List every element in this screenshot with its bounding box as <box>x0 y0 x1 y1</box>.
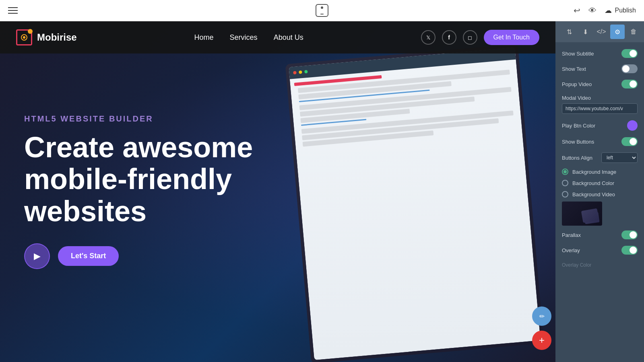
popup-video-label: Popup Video <box>562 81 592 87</box>
show-buttons-toggle[interactable] <box>621 137 638 146</box>
toolbar-center <box>316 4 328 17</box>
background-image-label: Background Image <box>572 169 616 175</box>
buttons-align-select[interactable]: left center right <box>601 152 638 163</box>
sort-tool-button[interactable]: ⇅ <box>562 25 576 39</box>
nav-link-services[interactable]: Services <box>230 33 258 42</box>
background-color-row: Background Color <box>555 177 644 189</box>
site-logo: Mobirise <box>16 29 77 45</box>
modal-video-input[interactable] <box>562 103 638 114</box>
site-nav-links: Home Services About Us <box>194 33 303 42</box>
hero-buttons: ▶ Let's Start <box>24 243 286 269</box>
code-tool-button[interactable]: </> <box>594 25 609 39</box>
parallax-label: Parallax <box>562 232 581 238</box>
phone-preview-icon[interactable] <box>316 4 328 17</box>
play-btn-color-row: Play Btn Color <box>555 117 644 134</box>
background-image-row: Background Image <box>555 166 644 177</box>
publish-label: Publish <box>615 7 636 14</box>
show-buttons-label: Show Buttons <box>562 139 594 145</box>
play-btn-color-label: Play Btn Color <box>562 123 595 129</box>
more-settings-label: Overlay Color <box>562 262 591 268</box>
show-text-row: Show Text <box>555 61 644 76</box>
show-subtitle-label: Show Subtitle <box>562 51 594 57</box>
more-settings-row: Overlay Color <box>555 258 644 272</box>
hamburger-icon[interactable] <box>8 7 18 14</box>
site-nav: Mobirise Home Services About Us 𝕏 f ◻ Ge… <box>0 21 555 53</box>
hero-title-line1: Create awesome <box>24 131 253 163</box>
screen-content <box>289 47 541 360</box>
settings-tool-button[interactable]: ⚙ <box>610 25 625 39</box>
panel-toolbar: ⇅ ⬇ </> ⚙ 🗑 <box>555 21 644 43</box>
parallax-row: Parallax <box>555 227 644 243</box>
logo-icon <box>16 29 32 45</box>
hero-content: HTML5 WEBSITE BUILDER Create awesome mob… <box>24 114 286 269</box>
toolbar-left <box>8 7 18 14</box>
publish-button[interactable]: ☁ Publish <box>605 6 636 15</box>
modal-video-row: Modal Video <box>555 92 644 117</box>
show-text-label: Show Text <box>562 66 586 72</box>
hero-subtitle: HTML5 WEBSITE BUILDER <box>24 114 286 123</box>
parallax-toggle[interactable] <box>621 230 638 239</box>
preview-icon[interactable]: 👁 <box>588 6 597 15</box>
background-color-radio[interactable] <box>562 180 568 186</box>
logo-text: Mobirise <box>37 32 77 43</box>
undo-icon[interactable]: ↩ <box>574 6 580 15</box>
buttons-align-row: Buttons Align left center right <box>555 149 644 166</box>
settings-panel: ⇅ ⬇ </> ⚙ 🗑 Show Subtitle Show Text Popu… <box>555 21 644 362</box>
edit-fab-button[interactable]: ✏ <box>532 306 551 326</box>
modal-video-label: Modal Video <box>562 95 591 101</box>
background-video-row: Background Video <box>555 189 644 200</box>
preview-area: HTML5 WEBSITE BUILDER Create awesome mob… <box>0 21 555 362</box>
nav-link-home[interactable]: Home <box>194 33 214 42</box>
popup-video-row: Popup Video <box>555 76 644 92</box>
start-button[interactable]: Let's Start <box>58 246 119 266</box>
add-fab-button[interactable]: + <box>532 331 551 350</box>
buttons-align-label: Buttons Align <box>562 155 592 161</box>
background-image-radio[interactable] <box>562 169 568 175</box>
show-subtitle-row: Show Subtitle <box>555 46 644 61</box>
laptop-visual <box>285 44 544 362</box>
twitter-icon[interactable]: 𝕏 <box>421 30 436 45</box>
top-toolbar: ↩ 👁 ☁ Publish <box>0 0 644 21</box>
fab-container: ✏ + <box>532 306 551 350</box>
panel-scroll[interactable]: Show Subtitle Show Text Popup Video Moda… <box>555 43 644 362</box>
play-btn-color-swatch[interactable] <box>627 120 638 131</box>
nav-link-about[interactable]: About Us <box>274 33 303 42</box>
facebook-icon[interactable]: f <box>442 30 456 45</box>
get-in-touch-button[interactable]: Get In Touch <box>484 30 539 45</box>
nav-right: 𝕏 f ◻ Get In Touch <box>421 30 539 45</box>
background-thumbnail[interactable] <box>562 202 602 226</box>
background-color-label: Background Color <box>572 180 614 186</box>
background-video-radio[interactable] <box>562 191 568 197</box>
play-button[interactable]: ▶ <box>24 243 50 269</box>
show-subtitle-toggle[interactable] <box>621 49 638 58</box>
hero-title: Create awesome mobile-friendly websites <box>24 132 286 227</box>
instagram-icon[interactable]: ◻ <box>463 30 477 45</box>
laptop-screen <box>289 47 541 360</box>
hero-section: HTML5 WEBSITE BUILDER Create awesome mob… <box>0 21 555 362</box>
popup-video-toggle[interactable] <box>621 80 638 88</box>
background-video-label: Background Video <box>572 191 615 197</box>
hero-title-line2: mobile-friendly websites <box>24 163 232 227</box>
delete-tool-button[interactable]: 🗑 <box>626 25 641 39</box>
overlay-label: Overlay <box>562 247 580 253</box>
toolbar-right: ↩ 👁 ☁ Publish <box>574 6 636 15</box>
show-buttons-row: Show Buttons <box>555 134 644 149</box>
download-tool-button[interactable]: ⬇ <box>578 25 592 39</box>
show-text-toggle[interactable] <box>621 64 638 73</box>
overlay-row: Overlay <box>555 243 644 258</box>
overlay-toggle[interactable] <box>621 246 638 255</box>
